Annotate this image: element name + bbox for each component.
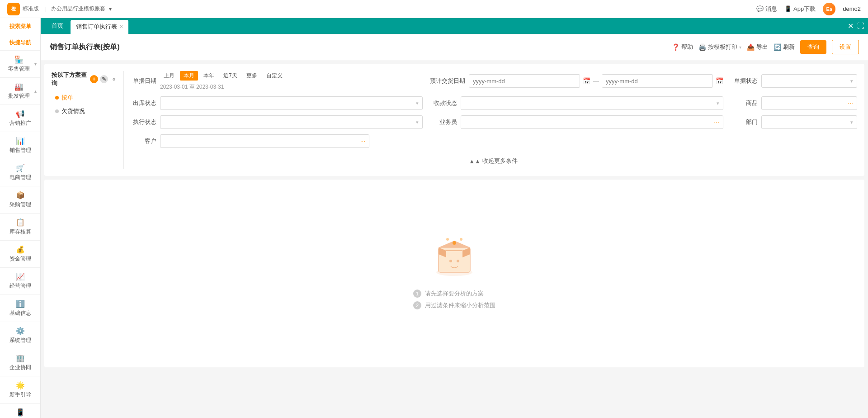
filter-out-status-select[interactable]: ▾ — [160, 96, 423, 110]
ecom-icon: 🛒 — [16, 164, 25, 172]
filter-expected-date-start[interactable] — [469, 74, 580, 88]
breadcrumb-item[interactable]: 办公用品行业模拟账套 — [51, 5, 105, 13]
filter-expected-date-end[interactable] — [602, 74, 713, 88]
finance-icon: 💰 — [16, 245, 25, 254]
filter-row-1: 单据日期 上月 本月 本年 近7天 更多 自定义 — [129, 71, 857, 91]
filter-collection-field: 收款状态 ▾ — [430, 96, 723, 110]
date-tab-this-month[interactable]: 本月 — [180, 71, 198, 81]
goods-more-icon[interactable]: ··· — [848, 100, 853, 107]
sidebar-item-apps[interactable]: 📱 应用中心 — [0, 404, 40, 418]
tab-home[interactable]: 首页 — [44, 18, 71, 34]
edit-scheme-icon[interactable]: ✎ — [100, 75, 108, 83]
help-button[interactable]: ❓ 帮助 — [672, 43, 693, 51]
exec-status-arrow-icon: ▾ — [416, 119, 419, 125]
out-status-arrow-icon: ▾ — [416, 100, 419, 106]
nav-owe-dot — [55, 109, 59, 113]
print-arrow-icon: ▾ — [739, 45, 741, 50]
filter-nav-press[interactable]: 按单 — [52, 91, 118, 104]
sidebar-item-marketing[interactable]: 📢 营销推广 — [0, 105, 40, 132]
sidebar-item-inventory[interactable]: 📋 库存核算 — [0, 214, 40, 241]
breadcrumb-sep: | — [44, 5, 46, 12]
filter-exec-status-select[interactable]: ▾ — [160, 115, 423, 129]
step-1-text: 请先选择要分析的方案 — [425, 290, 484, 298]
svg-point-10 — [457, 260, 459, 262]
salesman-more-icon[interactable]: ··· — [714, 119, 719, 126]
date-tab-more[interactable]: 更多 — [243, 71, 261, 81]
sidebar-item-ecom[interactable]: 🛒 电商管理 — [0, 159, 40, 186]
avatar[interactable]: Ea — [823, 3, 835, 15]
filter-salesman-label: 业务员 — [430, 118, 457, 126]
calendar-end-icon[interactable]: 📅 — [716, 77, 723, 85]
filter-salesman-input[interactable]: ··· — [461, 115, 723, 129]
refresh-button[interactable]: 🔄 刷新 — [774, 43, 795, 51]
sidebar-item-ops[interactable]: 📈 经营管理 — [0, 268, 40, 295]
sidebar: 搜索菜单 快捷导航 🏪 零售管理 ▾ 🏭 批发管理 ▴ 📢 营销推广 📊 销售管… — [0, 18, 41, 418]
collapse-button[interactable]: ▲▲ 收起更多条件 — [129, 153, 857, 169]
sidebar-item-guide[interactable]: 🌟 新手引导 — [0, 376, 40, 404]
settings-button[interactable]: 设置 — [832, 40, 859, 54]
message-label: 消息 — [765, 5, 777, 13]
sidebar-label-ops: 经营管理 — [9, 282, 31, 290]
sidebar-label-retail: 零售管理 — [8, 65, 30, 73]
filter-nav-owe[interactable]: 欠货情况 — [52, 104, 118, 118]
date-tab-7days[interactable]: 近7天 — [220, 71, 241, 81]
retail-icon: 🏪 — [14, 55, 24, 64]
customer-more-icon[interactable]: ··· — [360, 138, 366, 145]
basic-icon: ℹ️ — [16, 299, 25, 308]
add-scheme-icon[interactable]: + — [90, 75, 98, 83]
nav-owe-label: 欠货情况 — [61, 107, 85, 115]
query-button[interactable]: 查询 — [800, 40, 826, 54]
collection-arrow-icon: ▾ — [717, 100, 719, 106]
message-button[interactable]: 💬 消息 — [756, 5, 777, 13]
svg-point-8 — [460, 238, 462, 241]
date-tab-this-year[interactable]: 本年 — [200, 71, 218, 81]
date-tabs: 上月 本月 本年 近7天 更多 自定义 — [160, 71, 423, 81]
collapse-scheme-icon[interactable]: « — [110, 75, 118, 83]
filter-row-2: 出库状态 ▾ 收款状态 ▾ — [129, 96, 857, 110]
filter-goods-input[interactable]: ··· — [761, 96, 857, 110]
sidebar-item-purchase[interactable]: 📦 采购管理 — [0, 186, 40, 214]
filter-customer-label: 客户 — [129, 137, 156, 145]
filter-doc-status-select[interactable]: ▾ — [761, 74, 857, 88]
date-separator: — — [593, 78, 599, 85]
filter-goods-label: 商品 — [731, 99, 758, 107]
filter-exec-status-field: 执行状态 ▾ — [129, 115, 423, 129]
tab-close-all-icon[interactable]: ✕ — [848, 22, 854, 30]
tab-sales-order[interactable]: 销售订单执行表 × — [71, 20, 128, 34]
refresh-icon: 🔄 — [774, 43, 781, 51]
calendar-start-icon[interactable]: 📅 — [583, 77, 590, 85]
sidebar-quick-nav[interactable]: 快捷导航 — [0, 35, 40, 51]
sidebar-label-wholesale: 批发管理 — [8, 92, 30, 100]
app-download-button[interactable]: 📱 App下载 — [784, 5, 816, 13]
sidebar-item-corp[interactable]: 🏢 企业协同 — [0, 349, 40, 376]
sidebar-item-sales[interactable]: 📊 销售管理 — [0, 132, 40, 159]
export-button[interactable]: 📤 导出 — [747, 43, 768, 51]
sidebar-label-corp: 企业协同 — [9, 364, 31, 371]
sidebar-item-sys[interactable]: ⚙️ 系统管理 — [0, 322, 40, 349]
sidebar-search[interactable]: 搜索菜单 — [0, 18, 40, 35]
tab-home-label: 首页 — [52, 22, 63, 30]
step-1-num: 1 — [413, 290, 421, 298]
filter-customer-input[interactable]: ··· — [160, 134, 369, 148]
sidebar-item-wholesale[interactable]: 🏭 批发管理 ▴ — [0, 78, 40, 105]
tab-close-icon[interactable]: × — [120, 24, 123, 30]
date-tab-last-month[interactable]: 上月 — [160, 71, 178, 81]
sys-icon: ⚙️ — [16, 327, 25, 335]
empty-step-2: 2 用过滤条件来缩小分析范围 — [413, 301, 495, 309]
user-name[interactable]: demo2 — [843, 5, 861, 12]
logo-icon: 橙 — [7, 3, 20, 15]
date-tab-custom[interactable]: 自定义 — [263, 71, 286, 81]
tab-fullscreen-icon[interactable]: ⛶ — [857, 22, 864, 30]
sidebar-item-finance[interactable]: 💰 资金管理 — [0, 241, 40, 268]
purchase-icon: 📦 — [16, 191, 25, 200]
topbar-left: 橙 标准版 | 办公用品行业模拟账套 ▾ — [7, 3, 112, 15]
sidebar-item-basic[interactable]: ℹ️ 基础信息 — [0, 295, 40, 322]
filter-doc-status-field: 单据状态 ▾ — [731, 74, 857, 88]
filter-collection-select[interactable]: ▾ — [461, 96, 723, 110]
breadcrumb-arrow[interactable]: ▾ — [109, 6, 112, 12]
sidebar-item-retail[interactable]: 🏪 零售管理 ▾ — [0, 51, 40, 78]
filter-dept-select[interactable]: ▾ — [761, 115, 857, 129]
print-button[interactable]: 🖨️ 按模板打印 ▾ — [698, 43, 741, 51]
filter-row-3: 执行状态 ▾ 业务员 ··· — [129, 115, 857, 129]
tab-sales-order-label: 销售订单执行表 — [76, 23, 117, 31]
